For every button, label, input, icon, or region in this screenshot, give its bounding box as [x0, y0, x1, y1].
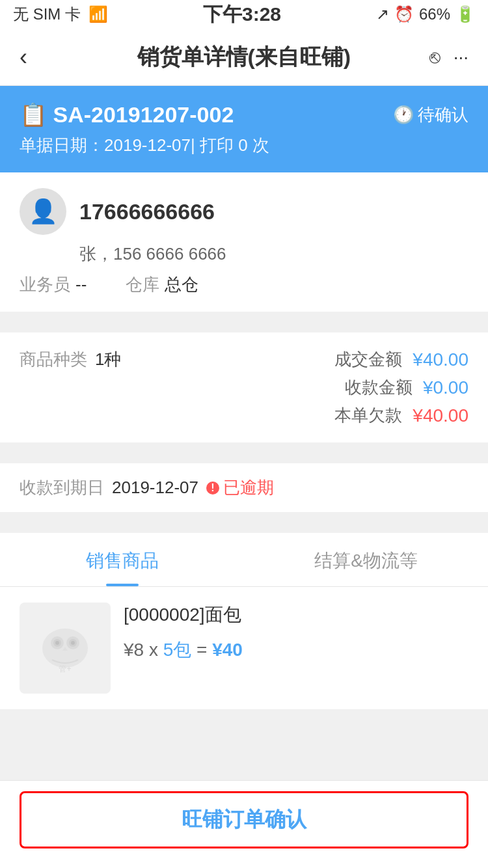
amount-value: ¥40.00 — [413, 349, 468, 370]
avatar-icon: 👤 — [29, 198, 58, 225]
product-type-value: 1种 — [95, 348, 121, 371]
customer-section: 👤 17666666666 张，156 6666 6666 业务员 -- 仓库 … — [0, 172, 488, 312]
due-label: 收款到期日 — [20, 476, 104, 499]
customer-meta: 业务员 -- 仓库 总仓 — [20, 273, 468, 296]
order-header-top: 📋 SA-20191207-002 🕐 待确认 — [20, 102, 468, 128]
tabs-section: 销售商品 结算&物流等 管+ [0000002]面包 ¥8 x 5包 = ¥40 — [0, 533, 488, 709]
stats-right: 成交金额 ¥40.00 收款金额 ¥0.00 本单欠款 ¥40.00 — [334, 348, 468, 427]
product-type-label: 商品种类 — [20, 348, 87, 371]
amount-row: 成交金额 ¥40.00 — [334, 348, 468, 371]
customer-sub: 张，156 6666 6666 — [20, 243, 468, 265]
tab-settlement[interactable]: 结算&物流等 — [244, 533, 488, 586]
product-item: 管+ [0000002]面包 ¥8 x 5包 = ¥40 — [0, 587, 488, 709]
received-value: ¥0.00 — [423, 377, 468, 398]
confirm-button[interactable]: 旺铺订单确认 — [20, 791, 468, 848]
alarm-icon: ⏰ — [394, 5, 414, 23]
overdue-text: 已逾期 — [223, 476, 274, 499]
overdue-badge: ! 已逾期 — [206, 476, 274, 499]
carrier-text: 无 SIM 卡 — [13, 4, 81, 25]
amount-label: 成交金额 — [334, 348, 402, 371]
due-date-section: 收款到期日 2019-12-07 ! 已逾期 — [0, 463, 488, 512]
product-total: ¥40 — [212, 640, 243, 660]
more-button[interactable]: ··· — [454, 47, 468, 68]
stats-section: 商品种类 1种 成交金额 ¥40.00 收款金额 ¥0.00 本单欠款 ¥40.… — [0, 332, 488, 442]
due-date: 2019-12-07 — [112, 478, 198, 498]
received-row: 收款金额 ¥0.00 — [345, 376, 468, 399]
svg-text:管+: 管+ — [59, 664, 71, 673]
nav-actions: ⎋ ··· — [429, 47, 468, 68]
warehouse-value: 总仓 — [165, 273, 198, 296]
customer-top: 👤 17666666666 — [20, 188, 468, 235]
order-icon: 📋 — [20, 102, 53, 127]
warehouse-label: 仓库 — [126, 273, 159, 296]
owed-row: 本单欠款 ¥40.00 — [334, 404, 468, 427]
salesperson-item: 业务员 -- — [20, 273, 87, 296]
order-status: 🕐 待确认 — [393, 103, 468, 126]
product-info: [0000002]面包 ¥8 x 5包 = ¥40 — [124, 603, 468, 694]
product-qty: 5包 — [163, 640, 192, 660]
svg-point-5 — [55, 641, 59, 645]
price-separator: = — [191, 640, 212, 660]
bottom-bar: 旺铺订单确认 — [0, 780, 488, 868]
status-text: 待确认 — [418, 103, 468, 126]
owed-value: ¥40.00 — [413, 405, 468, 426]
divider-2 — [0, 453, 488, 463]
product-name: [0000002]面包 — [124, 603, 468, 627]
status-right: ↗ ⏰ 66% 🔋 — [376, 5, 475, 23]
order-date: 单据日期：2019-12-07| 打印 0 次 — [20, 134, 468, 157]
customer-phone: 17666666666 — [79, 199, 215, 224]
nav-bar: ‹ 销货单详情(来自旺铺) ⎋ ··· — [0, 29, 488, 86]
product-price: ¥8 x 5包 = ¥40 — [124, 638, 468, 662]
wifi-icon: 📶 — [88, 5, 108, 23]
order-id: 📋 SA-20191207-002 — [20, 102, 234, 128]
salesperson-value: -- — [75, 275, 87, 295]
tab-products[interactable]: 销售商品 — [0, 533, 244, 586]
battery-icon: 🔋 — [455, 5, 475, 23]
price-text: ¥8 x — [124, 640, 163, 660]
svg-point-6 — [71, 641, 75, 645]
product-image: 管+ — [20, 603, 111, 694]
status-time: 下午3:28 — [203, 1, 281, 28]
order-header: 📋 SA-20191207-002 🕐 待确认 单据日期：2019-12-07|… — [0, 86, 488, 172]
avatar: 👤 — [20, 188, 66, 235]
product-type: 商品种类 1种 — [20, 348, 121, 371]
status-left: 无 SIM 卡 📶 — [13, 4, 108, 25]
owed-label: 本单欠款 — [334, 404, 402, 427]
warehouse-item: 仓库 总仓 — [126, 273, 198, 296]
share-button[interactable]: ⎋ — [429, 47, 441, 68]
received-label: 收款金额 — [345, 376, 413, 399]
tabs-bar: 销售商品 结算&物流等 — [0, 533, 488, 587]
overdue-icon: ! — [206, 481, 219, 495]
location-icon: ↗ — [376, 5, 389, 23]
status-clock-icon: 🕐 — [393, 105, 414, 125]
back-button[interactable]: ‹ — [20, 44, 59, 71]
divider-3 — [0, 522, 488, 533]
battery-text: 66% — [419, 5, 450, 23]
product-owl-icon: 管+ — [33, 622, 98, 674]
salesperson-label: 业务员 — [20, 273, 70, 296]
divider-1 — [0, 322, 488, 332]
page-title: 销货单详情(来自旺铺) — [59, 42, 429, 72]
status-bar: 无 SIM 卡 📶 下午3:28 ↗ ⏰ 66% 🔋 — [0, 0, 488, 29]
